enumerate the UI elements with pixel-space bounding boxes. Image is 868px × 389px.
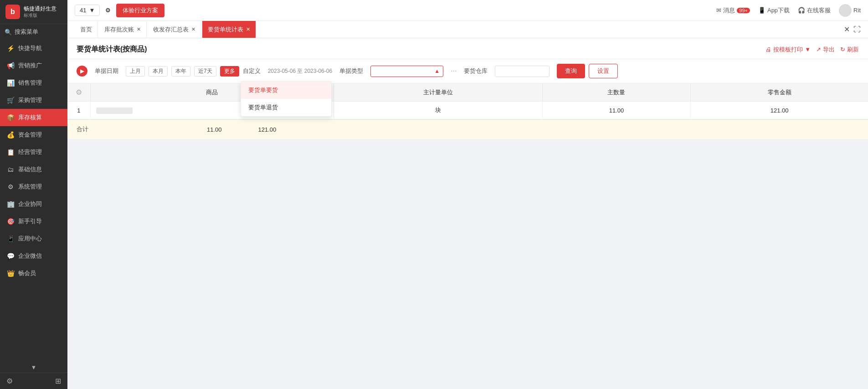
sidebar-item-purchase[interactable]: 🛒 采购管理 (0, 92, 67, 109)
nav-label-app-center: 应用中心 (18, 235, 42, 243)
sidebar: b 畅捷通好生意 标准版 🔍 搜索菜单 ⚡ 快捷导航 📢 营销推广 📊 销售管理… (0, 0, 67, 389)
filter-toggle-btn[interactable]: ▶ (77, 66, 87, 77)
col-settings: ⚙ (67, 83, 90, 102)
tabs-close-icon[interactable]: ✕ (844, 25, 850, 34)
date-this-month-btn[interactable]: 本月 (149, 66, 168, 77)
sidebar-item-inventory[interactable]: 📦 库存核算 (0, 109, 67, 126)
nav-icon-operations: 📋 (6, 148, 15, 156)
tab-label-receivables: 收发存汇总表 (153, 26, 189, 34)
product-placeholder (96, 107, 133, 114)
sidebar-item-app-center[interactable]: 📱 应用中心 (0, 230, 67, 247)
page-content: 要货单统计表(按商品) 🖨 按模板打印 ▼ ↗ 导出 ↻ 刷新 ▶ (67, 38, 868, 389)
sidebar-logo: b 畅捷通好生意 标准版 (0, 0, 67, 24)
settings-topbar-icon[interactable]: ⚙ (105, 7, 111, 14)
dropdown-item-0[interactable]: 要货单要货 (241, 82, 331, 99)
search-icon: 🔍 (5, 29, 12, 36)
table-settings-icon[interactable]: ⚙ (76, 88, 82, 96)
sidebar-search[interactable]: 🔍 搜索菜单 (0, 24, 67, 40)
dropdown-item-1[interactable]: 要货单退货 (241, 99, 331, 116)
print-btn[interactable]: 🖨 按模板打印 ▼ (765, 46, 811, 54)
collapse-footer-icon[interactable]: ⊞ (55, 377, 61, 385)
sidebar-item-operations[interactable]: 📋 经营管理 (0, 143, 67, 161)
query-btn[interactable]: 查询 (557, 64, 585, 78)
col-amount: 零售金额 (691, 83, 868, 102)
app-download-btn[interactable]: 📱 App下载 (758, 6, 790, 15)
nav-icon-member: 👑 (6, 270, 15, 277)
filter-more-icon[interactable]: ··· (451, 67, 457, 75)
selector-chevron-icon: ▼ (89, 7, 95, 14)
nav-icon-system: ⚙ (6, 183, 15, 190)
nav-icon-inventory: 📦 (6, 114, 15, 121)
nav-label-basic-info: 基础信息 (18, 165, 42, 174)
tab-close-order-stats[interactable]: ✕ (246, 26, 250, 32)
col-unit: 主计量单位 (334, 83, 542, 102)
sidebar-item-guide[interactable]: 🎯 新手引导 (0, 213, 67, 230)
table-wrap: ⚙ 商品 主计量单位 主数量 零售金额 1 块 (67, 83, 868, 119)
service-icon: 🎧 (798, 7, 805, 14)
export-icon: ↗ (816, 46, 821, 53)
user-avatar-area[interactable]: Rit (839, 4, 861, 17)
warehouse-select[interactable] (495, 66, 550, 77)
tabs-left: 首页库存批次账✕收发存汇总表✕要货单统计表✕ (75, 21, 256, 38)
warehouse-filter-label: 要货仓库 (464, 67, 488, 75)
order-type-select[interactable] (370, 66, 443, 77)
nav-label-wechat: 企业微信 (18, 252, 42, 260)
footer-quantity: 11.00 (207, 126, 222, 133)
filter-bar: ▶ 单据日期 上月 本月 本年 近7天 更多 自定义 2023-05-06 至 … (67, 59, 868, 83)
sidebar-item-sales[interactable]: 📊 销售管理 (0, 74, 67, 92)
sidebar-item-enterprise[interactable]: 🏢 企业协同 (0, 195, 67, 213)
footer-amount: 121.00 (258, 126, 277, 133)
sidebar-nav: ⚡ 快捷导航 📢 营销推广 📊 销售管理 🛒 采购管理 📦 库存核算 💰 资金管… (0, 40, 67, 362)
page-header-actions: 🖨 按模板打印 ▼ ↗ 导出 ↻ 刷新 (765, 46, 859, 54)
tabs-bar: 首页库存批次账✕收发存汇总表✕要货单统计表✕ ✕ ⛶ (67, 21, 868, 38)
sidebar-item-finance[interactable]: 💰 资金管理 (0, 126, 67, 143)
tab-close-batch-account[interactable]: ✕ (137, 26, 141, 32)
sidebar-scroll-down[interactable]: ▼ (0, 362, 67, 373)
sidebar-item-system[interactable]: ⚙ 系统管理 (0, 178, 67, 195)
date-options: 上月 本月 本年 近7天 更多 自定义 (126, 66, 261, 77)
page-title: 要货单统计表(按商品) (77, 45, 147, 54)
date-this-year-btn[interactable]: 本年 (171, 66, 190, 77)
message-icon: ✉ (716, 7, 721, 14)
date-7days-btn[interactable]: 近7天 (194, 66, 216, 77)
sidebar-item-basic-info[interactable]: 🗂 基础信息 (0, 161, 67, 178)
sidebar-item-quick-nav[interactable]: ⚡ 快捷导航 (0, 40, 67, 57)
tabs-expand-icon[interactable]: ⛶ (853, 26, 861, 34)
tab-close-receivables[interactable]: ✕ (191, 26, 195, 32)
export-btn[interactable]: ↗ 导出 (816, 46, 835, 54)
date-prev-month-btn[interactable]: 上月 (126, 66, 145, 77)
tab-label-order-stats: 要货单统计表 (208, 26, 243, 34)
cell-quantity: 11.00 (542, 102, 691, 119)
date-range-display: 2023-05-06 至 2023-06-06 (268, 67, 332, 75)
nav-label-enterprise: 企业协同 (18, 200, 42, 208)
table-row: 1 块 11.00 121.00 (67, 102, 868, 119)
topbar-right: ✉ 消息 99+ 📱 App下载 🎧 在线客服 Rit (716, 4, 861, 17)
tab-label-home: 首页 (80, 26, 92, 34)
date-more-btn[interactable]: 更多 (220, 66, 239, 77)
order-type-select-wrap: ▲ (370, 66, 443, 77)
refresh-btn[interactable]: ↻ 刷新 (840, 46, 859, 54)
sidebar-item-wechat[interactable]: 💬 企业微信 (0, 247, 67, 265)
nav-icon-marketing: 📢 (6, 62, 15, 69)
settings-btn[interactable]: 设置 (589, 64, 618, 78)
tab-batch-account[interactable]: 库存批次账✕ (99, 21, 147, 38)
nav-label-operations: 经营管理 (18, 148, 42, 156)
messages-btn[interactable]: ✉ 消息 99+ (716, 6, 750, 15)
main-area: 41 ▼ ⚙ 体验行业方案 ✉ 消息 99+ 📱 App下载 🎧 在线客服 R (67, 0, 868, 389)
tab-order-stats[interactable]: 要货单统计表✕ (202, 21, 256, 38)
table-body: 1 块 11.00 121.00 (67, 102, 868, 119)
settings-footer-icon[interactable]: ⚙ (6, 377, 13, 385)
online-service-btn[interactable]: 🎧 在线客服 (798, 6, 831, 15)
tab-receivables[interactable]: 收发存汇总表✕ (148, 21, 201, 38)
sidebar-item-member[interactable]: 👑 畅会员 (0, 265, 67, 282)
date-custom-label: 自定义 (243, 67, 261, 75)
sidebar-item-marketing[interactable]: 📢 营销推广 (0, 57, 67, 74)
nav-icon-enterprise: 🏢 (6, 200, 15, 208)
order-type-label: 单据类型 (339, 67, 363, 75)
company-selector[interactable]: 41 ▼ (75, 5, 100, 16)
trial-btn[interactable]: 体验行业方案 (116, 4, 164, 17)
tab-home[interactable]: 首页 (75, 21, 98, 38)
nav-label-guide: 新手引导 (18, 217, 42, 225)
nav-icon-sales: 📊 (6, 79, 15, 87)
order-type-dropdown: 要货单要货 要货单退货 (241, 81, 332, 117)
